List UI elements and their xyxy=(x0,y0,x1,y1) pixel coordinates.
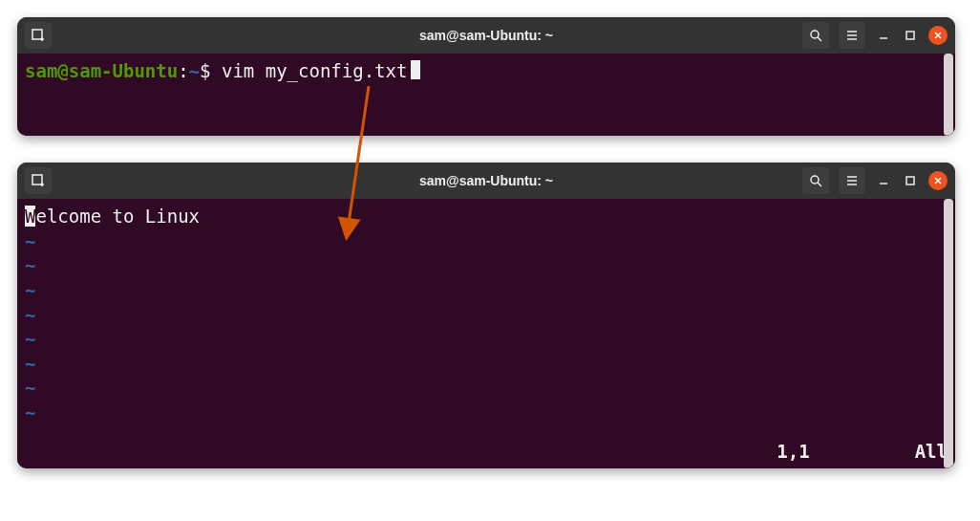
new-tab-button[interactable] xyxy=(25,22,52,49)
svg-rect-12 xyxy=(32,175,42,185)
vim-tilde-line: ~ xyxy=(25,401,948,425)
titlebar: sam@sam-Ubuntu: ~ xyxy=(17,17,955,54)
terminal-window-2: sam@sam-Ubuntu: ~ Welcome xyxy=(17,163,955,468)
vim-tilde-line: ~ xyxy=(25,229,948,254)
hamburger-icon xyxy=(845,174,859,187)
command-text: vim my_config.txt xyxy=(222,60,407,81)
vim-status-bar: 1,1 All xyxy=(17,440,948,465)
vim-content-line: Welcome to Linux xyxy=(25,205,948,229)
vim-tilde-line: ~ xyxy=(25,303,948,328)
menu-button[interactable] xyxy=(839,22,865,49)
new-tab-icon xyxy=(32,29,45,42)
search-button[interactable] xyxy=(802,167,829,194)
minimize-button[interactable] xyxy=(875,27,892,44)
prompt-dollar: $ xyxy=(200,60,210,81)
terminal-body[interactable]: sam@sam-Ubuntu:~$ vim my_config.txt xyxy=(17,54,955,136)
maximize-button[interactable] xyxy=(902,172,919,189)
vim-tilde-line: ~ xyxy=(25,376,948,401)
vim-tilde-line: ~ xyxy=(25,253,948,278)
terminal-body[interactable]: Welcome to Linux ~ ~ ~ ~ ~ ~ ~ ~ 1,1 All xyxy=(17,199,955,468)
svg-line-16 xyxy=(818,183,821,186)
maximize-icon xyxy=(905,30,916,41)
prompt-userhost: sam@sam-Ubuntu xyxy=(25,60,178,81)
vim-content-rest: elcome to Linux xyxy=(35,206,200,227)
svg-rect-0 xyxy=(32,30,42,39)
vim-tilde-line: ~ xyxy=(25,278,948,303)
search-icon xyxy=(809,174,822,187)
new-tab-icon xyxy=(32,174,45,187)
vim-view-indicator: All xyxy=(915,440,948,465)
new-tab-button[interactable] xyxy=(25,167,52,194)
close-button[interactable] xyxy=(928,26,948,45)
vim-tilde-line: ~ xyxy=(25,327,948,352)
search-button[interactable] xyxy=(802,22,829,49)
menu-button[interactable] xyxy=(839,167,865,194)
prompt-path: ~ xyxy=(189,60,200,81)
svg-point-15 xyxy=(811,176,819,184)
svg-rect-21 xyxy=(906,177,914,185)
minimize-icon xyxy=(878,30,889,41)
titlebar: sam@sam-Ubuntu: ~ xyxy=(17,163,955,199)
terminal-window-1: sam@sam-Ubuntu: ~ sam@sam xyxy=(17,17,955,136)
vim-tilde-line: ~ xyxy=(25,352,948,377)
minimize-button[interactable] xyxy=(875,172,892,189)
minimize-icon xyxy=(878,175,889,186)
maximize-button[interactable] xyxy=(902,27,919,44)
close-icon xyxy=(933,176,943,185)
svg-line-4 xyxy=(818,37,821,41)
vim-cursor-position: 1,1 xyxy=(777,440,809,465)
close-button[interactable] xyxy=(928,171,948,190)
cursor-block xyxy=(411,60,420,79)
search-icon xyxy=(809,29,822,42)
hamburger-icon xyxy=(845,29,859,42)
vim-cursor-char: W xyxy=(25,206,35,227)
scrollbar[interactable] xyxy=(944,54,953,136)
maximize-icon xyxy=(905,175,916,186)
scrollbar[interactable] xyxy=(944,199,953,468)
svg-point-3 xyxy=(811,31,819,38)
close-icon xyxy=(933,31,943,40)
prompt-colon: : xyxy=(178,60,188,81)
svg-rect-9 xyxy=(906,32,914,39)
